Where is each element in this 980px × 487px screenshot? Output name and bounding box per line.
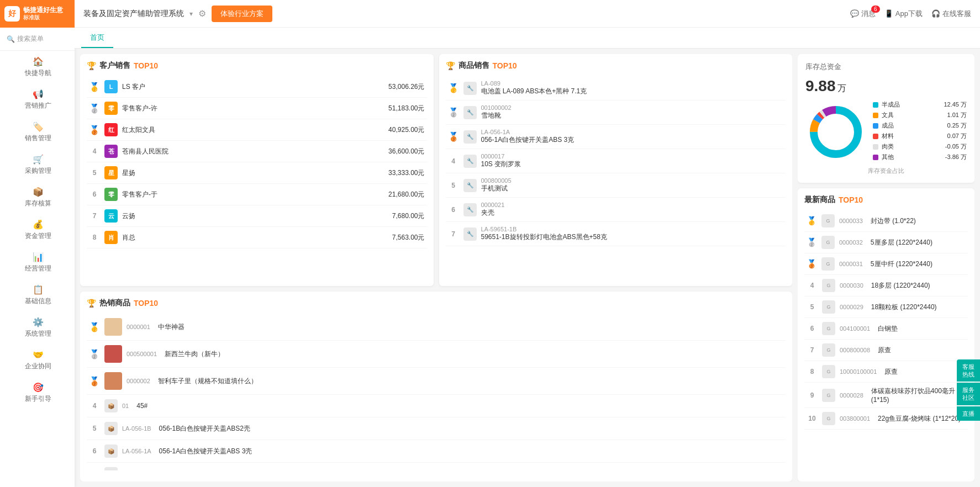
- sidebar-item-cooperation[interactable]: 🤝 企业协同: [0, 344, 75, 377]
- dropdown-icon[interactable]: ▾: [189, 10, 193, 18]
- product-icon: 🔧: [463, 155, 477, 168]
- message-button[interactable]: 💬 消息 6: [850, 9, 876, 19]
- sidebar-item-finance[interactable]: 💰 资金管理: [0, 214, 75, 246]
- new-products-list: 🥇 G 0000033 封边带 (1.0*22) 🥈 G 0000032 5厘多…: [804, 210, 968, 430]
- float-live[interactable]: 直播: [957, 406, 980, 421]
- search-icon: 🔍: [7, 35, 15, 43]
- sidebar-item-inventory[interactable]: 📦 库存核算: [0, 181, 75, 214]
- inventory-panel: 库存总资金 9.88 万: [798, 54, 974, 183]
- trial-button[interactable]: 体验行业方案: [212, 6, 272, 22]
- sidebar-item-sales[interactable]: 🏷️ 销售管理: [0, 116, 75, 149]
- rank-number: 4: [448, 157, 459, 165]
- sidebar-item-system[interactable]: ⚙️ 系统管理: [0, 311, 75, 344]
- product-icon: G: [822, 300, 835, 314]
- customer-value: 36,600.00元: [388, 147, 424, 156]
- sidebar-item-label: 资金管理: [25, 231, 51, 241]
- rank-number: 4: [89, 402, 100, 410]
- legend-name: 材料: [882, 132, 944, 140]
- inventory-label: 库存总资金: [805, 62, 841, 72]
- legend-item: 成品 0.25 万: [873, 121, 967, 130]
- customer-ranking-item: 🥉 红 红太阳文具 40,925.00元: [87, 119, 427, 141]
- search-trigger[interactable]: 🔍 搜索菜单: [4, 32, 70, 46]
- hot-products-title: 🏆 热销商品 TOP10: [87, 298, 786, 308]
- hot-product-item: 🥈 000500001 新西兰牛肉（新牛）: [87, 341, 786, 368]
- marketing-icon: 📢: [33, 89, 44, 99]
- product-name: 10S 变削罗浆: [481, 160, 784, 169]
- app-download-button[interactable]: 📱 App下载: [884, 9, 923, 19]
- product-name: 18多层 (1220*2440): [871, 281, 930, 290]
- float-hotline[interactable]: 客服热线: [957, 359, 980, 382]
- medal-icon: 🥉: [89, 376, 100, 387]
- sidebar-item-label: 企业协同: [25, 362, 51, 371]
- product-code: 0000033: [839, 218, 863, 224]
- product-name: 电池盖 LA-089 ABS本色+黑种 7.1克: [481, 87, 784, 96]
- settings-icon[interactable]: ⚙: [198, 8, 206, 19]
- product-code: 000500001: [127, 351, 157, 357]
- product-image: [104, 318, 122, 336]
- tab-home[interactable]: 首页: [81, 28, 113, 48]
- product-code: LA-089: [481, 80, 784, 87]
- legend-name: 成品: [882, 121, 944, 130]
- sidebar: 好 畅捷通好生意 标准版 🔍 搜索菜单 🏠 快捷导航 📢 营销推广 🏷️ 销售管…: [0, 0, 75, 487]
- customer-ranking-item: 🥈 零 零售客户-许 51,183.00元: [87, 98, 427, 119]
- rank-number: 6: [448, 206, 459, 214]
- new-product-item: 9 G 0000028 体碳嘉枝味苏打饮品400毫升 (1*15): [804, 383, 968, 408]
- float-community[interactable]: 服务社区: [957, 383, 980, 405]
- customer-name: 红太阳文具: [122, 125, 384, 135]
- customer-avatar: 云: [104, 209, 118, 223]
- sidebar-item-quick-nav[interactable]: 🏠 快捷导航: [0, 51, 75, 83]
- customer-value: 51,183.00元: [388, 104, 424, 113]
- sidebar-item-purchase[interactable]: 🛒 采购管理: [0, 149, 75, 181]
- product-name: 雪地靴: [481, 111, 784, 120]
- product-sales-panel: 🏆 商品销售 TOP10 🥇 🔧 LA-089 电池盖 LA-089 ABS本色…: [439, 54, 793, 286]
- sidebar-item-basic[interactable]: 📋 基础信息: [0, 279, 75, 311]
- product-name: 原查: [878, 346, 891, 355]
- legend-name: 半成品: [882, 100, 940, 109]
- product-info: 000800005 手机测试: [481, 177, 784, 193]
- product-icon: G: [822, 365, 835, 378]
- new-product-item: 10 G 003800001 22g鱼豆腐-烧烤味 (1*12*20): [804, 408, 968, 430]
- product-info: 0000021 夹壳: [481, 202, 784, 218]
- product-info: LA-59651-1B 59651-1B旋转投影灯电池盒ABS黑色+58克: [481, 226, 784, 242]
- legend-color: [873, 102, 878, 108]
- online-service-button[interactable]: 🎧 在线客服: [931, 9, 971, 19]
- new-product-item: 4 G 0000030 18多层 (1220*2440): [804, 275, 968, 297]
- customer-avatar: 红: [104, 123, 118, 136]
- product-icon: 🔧: [463, 227, 477, 241]
- sidebar-item-label: 快捷导航: [25, 68, 51, 78]
- rank-number: 4: [807, 282, 818, 289]
- sidebar-search-container[interactable]: 🔍 搜索菜单: [0, 28, 75, 51]
- customer-avatar: 肖: [104, 231, 118, 244]
- product-code: 0000001: [127, 324, 150, 330]
- customer-name: 云扬: [122, 211, 388, 221]
- product-icon: 🔧: [463, 82, 477, 95]
- product-image: [104, 345, 122, 363]
- product-name: 45#: [136, 402, 147, 410]
- basic-icon: 📋: [33, 284, 44, 295]
- product-ranking-item: 5 🔧 000800005 手机测试: [446, 173, 786, 198]
- product-ranking-item: 4 🔧 0000017 10S 变削罗浆: [446, 149, 786, 173]
- sidebar-item-label: 采购管理: [25, 166, 51, 176]
- new-product-item: 7 G 000800008 原查: [804, 340, 968, 361]
- headset-icon: 🎧: [931, 9, 940, 18]
- legend-color: [873, 123, 878, 129]
- product-icon: 🔧: [463, 203, 477, 216]
- right-section: 库存总资金 9.88 万: [798, 54, 974, 481]
- rank-number: 5: [807, 303, 818, 311]
- sidebar-item-marketing[interactable]: 📢 营销推广: [0, 83, 75, 116]
- inventory-value-row: 9.88 万: [805, 77, 967, 95]
- content-area: 🏆 客户销售 TOP10 🥇 L LS 客户 53,006.26元 🥈 零 零售…: [75, 49, 980, 487]
- rank-number: 7: [89, 212, 100, 220]
- rank-number: 9: [807, 391, 818, 399]
- sidebar-item-operation[interactable]: 📊 经营管理: [0, 246, 75, 279]
- app-download-icon: 📱: [884, 9, 893, 18]
- product-image: [104, 372, 122, 390]
- rank-number: 7: [807, 346, 818, 354]
- hot-product-item: 5 📦 LA-056-1B 056-1B白色按键开关盖ABS2壳: [87, 417, 786, 440]
- customer-value: 53,006.26元: [388, 82, 424, 92]
- customer-avatar: 星: [104, 166, 118, 179]
- product-code: LA-056-1A: [122, 448, 151, 454]
- legend-name: 肉类: [882, 142, 942, 151]
- main-container: 装备及固定资产辅助管理系统 ▾ ⚙ 体验行业方案 💬 消息 6 📱 App下载 …: [75, 0, 980, 487]
- sidebar-item-guide[interactable]: 🎯 新手引导: [0, 377, 75, 409]
